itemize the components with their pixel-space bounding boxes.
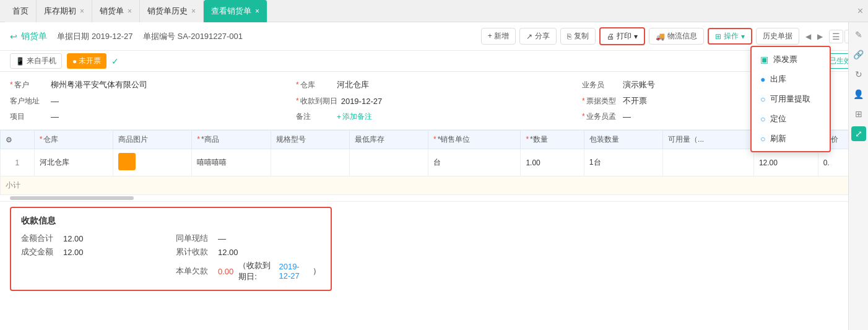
share-icon: ↗ (526, 32, 532, 41)
sidebar-person-icon[interactable]: 👤 (851, 87, 866, 102)
payment-date-label: 收款到期日 (296, 96, 337, 106)
print-button[interactable]: 🖨 打印 ▾ (599, 27, 645, 45)
copy-icon: ⎘ (567, 32, 571, 41)
warehouse-label: 仓库 (296, 80, 333, 90)
transaction-row: 成交金额 12.00 (21, 246, 166, 258)
logistics-button[interactable]: 🚚 物流信息 (649, 28, 704, 45)
new-button[interactable]: + 新增 (481, 28, 516, 45)
payment-date-field: 收款到期日 2019-12-27 (296, 95, 572, 106)
col-product-img: 商品图片 (113, 131, 192, 149)
row-spec (271, 149, 349, 176)
sidebar-expand-icon[interactable]: ⤢ (851, 126, 866, 141)
same-order-label: 同单现结 (176, 233, 213, 244)
secondary-toolbar: 📱 来自手机 ● 未开票 ✓ ✓ 已核销 ✓ 已生效 (0, 51, 868, 72)
note-label: 备注 (296, 111, 333, 122)
dropdown-outbound[interactable]: ● 出库 (752, 69, 830, 89)
project-label: 项目 (10, 111, 47, 122)
close-inventory-tab[interactable]: × (80, 7, 84, 15)
form-area: 客户 柳州粤港平安气体有限公司 仓库 河北仓库 业务员 演示账号 客户地址 — … (0, 72, 868, 130)
doc-number-label: 单据编号 SA-20191227-001 (143, 31, 243, 42)
row-product-img (113, 149, 192, 176)
operation-dropdown: ▣ 添发票 ● 出库 ○ 可用量提取 ○ 定位 ○ 刷新 (750, 46, 831, 152)
close-check-sales-tab[interactable]: × (255, 7, 259, 15)
customer-label: 客户 (10, 80, 47, 90)
payment-date-value: 2019-12-27 (341, 97, 572, 106)
table-wrapper: ⚙ 仓库 商品图片 *商品 规格型号 最低库存 *销售单位 *数量 包装数量 可… (0, 130, 868, 202)
phone-button[interactable]: 📱 来自手机 (10, 53, 62, 69)
refresh-label: 刷新 (770, 133, 786, 144)
history-button[interactable]: 历史单据 (756, 28, 799, 45)
due-value: 0.00 (218, 267, 233, 276)
tab-sales-history[interactable]: 销货单历史 × (140, 0, 204, 22)
dropdown-arrow-op: ▾ (741, 32, 745, 41)
transaction-value: 12.00 (63, 248, 84, 257)
col-available: 可用量（... (663, 131, 754, 149)
phone-icon: 📱 (15, 57, 25, 66)
due-row: 本单欠款 0.00 （收款到期日: 2019-12-27 ） (176, 260, 321, 282)
due-label: 本单欠款 (176, 266, 213, 277)
col-warehouse: 仓库 (34, 131, 113, 149)
next-button[interactable]: ▶ (815, 31, 825, 42)
sidebar-link-icon[interactable]: 🔗 (851, 47, 866, 62)
nav-arrows: ◀ ▶ (803, 31, 825, 42)
horizontal-scrollbar[interactable] (10, 196, 134, 200)
payment-grid: 金额合计 12.00 同单现结 — 成交金额 12.00 累计收款 12.00 … (21, 233, 321, 282)
close-sales-history-tab[interactable]: × (191, 7, 196, 15)
dropdown-add-invoice[interactable]: ▣ 添发票 (752, 50, 830, 69)
warehouse-value: 河北仓库 (337, 79, 572, 90)
col-package-qty: 包装数量 (584, 131, 662, 149)
logistics-icon: 🚚 (656, 32, 665, 41)
table-header-row: ⚙ 仓库 商品图片 *商品 规格型号 最低库存 *销售单位 *数量 包装数量 可… (1, 131, 868, 149)
tab-inventory[interactable]: 库存期初 × (37, 0, 92, 22)
transaction-label: 成交金额 (21, 246, 58, 258)
outbound-label: 出库 (770, 74, 786, 85)
add-invoice-icon: ▣ (760, 54, 768, 64)
tab-check-sales[interactable]: 查看销货单 × (204, 0, 267, 22)
data-table: ⚙ 仓库 商品图片 *商品 规格型号 最低库存 *销售单位 *数量 包装数量 可… (0, 130, 868, 195)
sidebar-edit-icon[interactable]: ✎ (851, 27, 866, 42)
subtotal-label: 小计 (1, 176, 868, 195)
total-row: 金额合计 12.00 (21, 233, 166, 244)
due-note: （收款到期日: (238, 260, 274, 282)
add-note-button[interactable]: + 添加备注 (337, 111, 372, 122)
col-unit: *销售单位 (428, 131, 520, 149)
total-label: 金额合计 (21, 233, 58, 244)
warehouse-field: 仓库 河北仓库 (296, 79, 572, 90)
sidebar-table-icon[interactable]: ⊞ (851, 106, 866, 121)
same-order-row: 同单现结 — (176, 233, 321, 244)
operation-button[interactable]: ⊞ 操作 ▾ (708, 28, 752, 45)
row-warehouse: 河北仓库 (34, 149, 113, 176)
window-close-button[interactable]: × (857, 6, 863, 17)
refresh-icon: ○ (760, 134, 765, 144)
outbound-icon: ● (760, 74, 765, 84)
subtotal-row: 小计 (1, 176, 868, 195)
payment-section: 收款信息 金额合计 12.00 同单现结 — 成交金额 12.00 累计收款 1… (10, 207, 332, 291)
sidebar-rotate-icon[interactable]: ↻ (851, 67, 866, 82)
document-header: ↩ 销货单 单据日期 2019-12-27 单据编号 SA-20191227-0… (0, 22, 868, 51)
tab-home[interactable]: 首页 (5, 0, 37, 22)
copy-button[interactable]: ⎘ 复制 (560, 28, 596, 45)
close-sales-tab[interactable]: × (128, 7, 132, 15)
not-open-button[interactable]: ● 未开票 (67, 53, 106, 69)
address-field: 客户地址 — (10, 95, 286, 106)
share-button[interactable]: ↗ 分享 (519, 28, 557, 45)
main-content: ↩ 销货单 单据日期 2019-12-27 单据编号 SA-20191227-0… (0, 22, 868, 330)
available-qty-icon: ○ (760, 94, 765, 104)
customer-value: 柳州粤港平安气体有限公司 (51, 79, 286, 90)
tab-sales[interactable]: 销货单 × (92, 0, 140, 22)
dropdown-available-qty[interactable]: ○ 可用量提取 (752, 89, 830, 109)
col-product: *商品 (192, 131, 271, 149)
list-view-button[interactable]: ☰ (829, 30, 843, 43)
locate-icon: ○ (760, 114, 765, 124)
ticket-icon: ● (72, 57, 77, 66)
staff-label: 业务员 (582, 80, 619, 90)
doc-title: 销货单 (21, 31, 47, 42)
same-order-value: — (218, 234, 226, 243)
total-value: 12.00 (63, 234, 84, 243)
dropdown-refresh[interactable]: ○ 刷新 (752, 129, 830, 149)
row-min-stock (349, 149, 428, 176)
prev-button[interactable]: ◀ (803, 31, 814, 42)
project-field: 项目 — (10, 111, 286, 122)
dropdown-locate[interactable]: ○ 定位 (752, 109, 830, 129)
row-available (663, 149, 754, 176)
